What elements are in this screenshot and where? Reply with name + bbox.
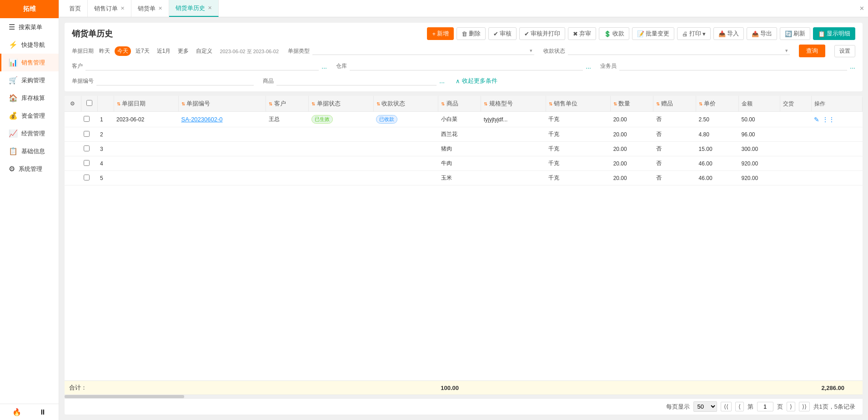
page-first-button[interactable]: ⟨⟨ — [721, 402, 732, 411]
review-print-button[interactable]: ✔ 审核并打印 — [519, 27, 565, 40]
tab-sales-order[interactable]: 销售订单 ✕ — [88, 0, 131, 17]
row-qty-cell: 20.00 — [611, 142, 653, 156]
sidebar-item-search-menu[interactable]: ☰ 搜索菜单 — [0, 18, 59, 36]
row-check-cell[interactable] — [81, 127, 97, 142]
sidebar-item-purchase-mgmt[interactable]: 🛒 采购管理 — [0, 71, 59, 89]
th-doc-date[interactable]: ⇅ 单据日期 — [114, 96, 178, 112]
export-button[interactable]: 📤 导出 — [747, 27, 777, 40]
salesperson-input[interactable] — [619, 62, 847, 70]
sidebar-item-quick-nav[interactable]: ⚡ 快捷导航 — [0, 36, 59, 54]
customer-ellipsis[interactable]: ... — [321, 63, 327, 70]
pagination-bar: 每页显示 50 100 200 ⟨⟨ ⟨ 第 页 ⟩ ⟩⟩ 共1页，5条记录 — [65, 398, 863, 415]
tab-sales-order-close[interactable]: ✕ — [120, 5, 125, 11]
th-customer[interactable]: ⇅ 客户 — [266, 96, 309, 112]
sidebar-item-inventory-calc[interactable]: 🏠 库存核算 — [0, 89, 59, 107]
date-tab-1month[interactable]: 近1月 — [154, 46, 174, 56]
salesperson-ellipsis[interactable]: ... — [850, 63, 855, 70]
doc-no-input[interactable] — [96, 77, 254, 85]
doc-no-link[interactable]: SA-20230602-0 — [181, 116, 222, 123]
main-area: 首页 销售订单 ✕ 销货单 ✕ 销货单历史 ✕ ✕ 销货单历史 + — [59, 0, 868, 420]
customer-input[interactable] — [85, 62, 319, 70]
date-tab-custom[interactable]: 自定义 — [193, 46, 215, 56]
row-check-cell[interactable] — [81, 112, 97, 127]
sidebar-fire-icon[interactable]: 🔥 — [12, 408, 21, 416]
date-tab-7days[interactable]: 近7天 — [133, 46, 152, 56]
pay-status-select[interactable]: ▾ — [568, 47, 790, 55]
sidebar-item-sales-mgmt[interactable]: 📊 销售管理 — [0, 54, 59, 71]
warehouse-ellipsis[interactable]: ... — [586, 63, 591, 70]
collapse-btn[interactable]: ∧ 收起更多条件 — [454, 75, 499, 87]
th-price[interactable]: ⇅ 单价 — [696, 96, 739, 112]
sidebar-pause-icon[interactable]: ⏸ — [39, 408, 46, 416]
th-check[interactable] — [81, 96, 97, 112]
query-button[interactable]: 查询 — [799, 45, 825, 57]
row-check-cell[interactable] — [81, 156, 97, 171]
review-button[interactable]: ✔ 审核 — [488, 27, 517, 40]
collect-button[interactable]: 💲 收款 — [599, 27, 629, 40]
sidebar-item-sys-mgmt[interactable]: ⚙ 系统管理 — [0, 160, 59, 178]
row-gear-cell — [65, 142, 81, 156]
row-check-cell[interactable] — [81, 142, 97, 156]
abandon-button[interactable]: ✖ 弃审 — [568, 27, 596, 40]
doc-no-filter: 单据编号 — [72, 77, 254, 85]
show-detail-button[interactable]: 📋 显示明细 — [813, 27, 855, 40]
doc-type-label: 单据类型 — [288, 47, 310, 55]
sidebar-item-biz-mgmt[interactable]: 📈 经营管理 — [0, 125, 59, 142]
date-tab-more[interactable]: 更多 — [175, 46, 191, 56]
add-button[interactable]: + 新增 — [427, 27, 454, 40]
more-action-icon[interactable]: ⋮⋮ — [822, 116, 835, 123]
row-checkbox[interactable] — [84, 116, 90, 122]
th-qty[interactable]: ⇅ 数量 — [611, 96, 653, 112]
sales-mgmt-icon: 📊 — [9, 58, 18, 67]
per-page-select[interactable]: 50 100 200 — [693, 401, 717, 412]
th-spec[interactable]: ⇅ 规格型号 — [481, 96, 546, 112]
print-button[interactable]: 🖨 打印 ▾ — [677, 27, 711, 40]
th-gear[interactable]: ⚙ — [65, 96, 81, 112]
row-action-cell — [811, 156, 862, 171]
goods-input[interactable] — [276, 77, 437, 85]
row-checkbox[interactable] — [84, 131, 90, 137]
window-close-icon[interactable]: ✕ — [859, 5, 864, 12]
row-check-cell[interactable] — [81, 171, 97, 185]
tab-sales-goods[interactable]: 销货单 ✕ — [131, 0, 169, 17]
import-button[interactable]: 📥 导入 — [713, 27, 744, 40]
page-prev-button[interactable]: ⟨ — [735, 402, 744, 411]
delete-button[interactable]: 🗑 删除 — [457, 27, 486, 40]
doc-type-select[interactable]: ▾ — [312, 47, 534, 55]
tab-home[interactable]: 首页 — [63, 0, 88, 17]
th-doc-no[interactable]: ⇅ 单据编号 — [178, 96, 266, 112]
row-doc-date-cell: 2023-06-02 — [114, 112, 178, 127]
tab-sales-history-close[interactable]: ✕ — [208, 5, 212, 11]
row-checkbox[interactable] — [84, 160, 90, 166]
row-checkbox[interactable] — [84, 175, 90, 180]
edit-icon[interactable]: ✎ — [814, 116, 819, 123]
goods-ellipsis[interactable]: ... — [439, 77, 445, 85]
row-amount-cell: 920.00 — [738, 156, 780, 171]
warehouse-filter: 仓库 ... — [336, 62, 591, 70]
select-all-checkbox[interactable] — [86, 100, 92, 106]
page-input[interactable] — [757, 402, 773, 411]
tab-sales-history[interactable]: 销货单历史 ✕ — [169, 0, 219, 17]
page-next-button[interactable]: ⟩ — [787, 402, 795, 411]
tab-sales-order-label: 销售订单 — [94, 5, 118, 13]
th-gift[interactable]: ⇅ 赠品 — [653, 96, 696, 112]
biz-mgmt-icon: 📈 — [9, 129, 18, 138]
date-tab-yesterday[interactable]: 昨天 — [96, 46, 113, 56]
batch-change-button[interactable]: 📝 批量变更 — [632, 27, 674, 40]
sidebar-item-fund-mgmt[interactable]: 💰 资金管理 — [0, 107, 59, 125]
warehouse-input[interactable] — [350, 62, 583, 70]
sidebar: 拓维 ☰ 搜索菜单 ⚡ 快捷导航 📊 销售管理 🛒 采购管理 🏠 库存核算 💰 … — [0, 0, 59, 420]
th-doc-status[interactable]: ⇅ 单据状态 — [309, 96, 373, 112]
sidebar-item-basic-info[interactable]: 📋 基础信息 — [0, 142, 59, 160]
setting-button[interactable]: 设置 — [834, 45, 855, 57]
tab-sales-goods-close[interactable]: ✕ — [158, 5, 162, 11]
row-doc-date-cell — [114, 171, 178, 185]
date-tab-today[interactable]: 今天 — [115, 46, 131, 56]
th-pay-status[interactable]: ⇅ 收款状态 — [373, 96, 438, 112]
page-last-button[interactable]: ⟩⟩ — [799, 402, 810, 411]
refresh-button[interactable]: 🔄 刷新 — [780, 27, 810, 40]
row-pay-status-cell: 已收款 — [373, 112, 438, 127]
row-checkbox[interactable] — [84, 145, 90, 151]
th-unit[interactable]: ⇅ 销售单位 — [546, 96, 610, 112]
th-goods[interactable]: ⇅ 商品 — [438, 96, 481, 112]
